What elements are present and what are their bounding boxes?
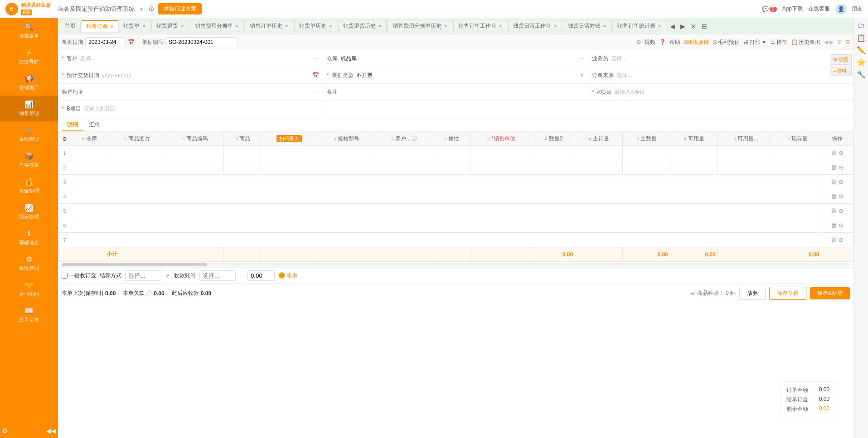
collapse-icon[interactable]: ⊟ — [845, 39, 850, 45]
copy-icon-1[interactable]: ⊕ — [839, 149, 844, 156]
settings-button[interactable]: ⚙ 设置 — [830, 54, 852, 65]
tab-expand-btn[interactable]: ⊟ — [699, 22, 710, 31]
tab-sales-order-history-close[interactable]: ✕ — [285, 24, 288, 29]
tab-more-btn[interactable]: ✕ — [688, 22, 699, 31]
one-click-label[interactable]: 一键收订金 — [62, 272, 96, 279]
tab-invoice-history[interactable]: 销货单历史 ✕ — [294, 20, 337, 32]
sidebar-item-finance[interactable]: 💰 资金管理 — [0, 173, 58, 199]
delete-icon-6[interactable]: 🗑 — [831, 222, 837, 229]
help-btn[interactable]: 帮助 — [669, 39, 680, 46]
detail-tab-summary[interactable]: 汇总 — [83, 119, 105, 131]
right-panel-icon-1[interactable]: 🗂 — [858, 22, 865, 30]
staff-input[interactable] — [611, 55, 843, 62]
customer-dots[interactable]: ··· — [315, 55, 319, 62]
sidebar-item-quick-nav[interactable]: ⚡ 快捷导航 — [0, 44, 58, 70]
sidebar-item-purchase[interactable]: 🛒 采购管理 — [0, 121, 58, 147]
profit-estimate-btn[interactable]: ◎ 毛利预估 — [713, 39, 740, 46]
row-1-mq[interactable] — [622, 146, 670, 160]
sidebar-item-operations[interactable]: 📈 经营管理 — [0, 199, 58, 225]
row-1-unit[interactable] — [470, 146, 532, 160]
order-no-input[interactable] — [165, 37, 238, 47]
copy-icon-6[interactable]: ⊕ — [839, 222, 844, 229]
a-project-input[interactable] — [614, 89, 850, 95]
copy-icon-2[interactable]: ⊕ — [839, 164, 844, 171]
tab-sales-stats[interactable]: 销售订单统计表 ✕ — [612, 20, 666, 32]
save-new-button[interactable]: 保存&新增 — [810, 287, 850, 299]
row-1-name[interactable] — [224, 146, 261, 160]
order-source-input[interactable] — [616, 72, 843, 78]
delete-icon-5[interactable]: 🗑 — [831, 207, 837, 214]
right-panel-icon-3[interactable]: ✏️ — [857, 46, 866, 54]
layout-icon[interactable]: ⊞ — [837, 39, 842, 45]
row-1-stock[interactable] — [774, 146, 821, 160]
settlement-input[interactable] — [125, 270, 161, 281]
row-1-warehouse[interactable] — [71, 146, 108, 160]
copy-icon-3[interactable]: ⊕ — [839, 178, 844, 185]
row-2-attr[interactable] — [433, 160, 470, 175]
delete-icon-2[interactable]: 🗑 — [831, 164, 837, 171]
sidebar-item-system[interactable]: ⚙ 系统管理 — [0, 250, 58, 276]
discard-button[interactable]: 放弃 — [739, 287, 766, 300]
tab-order-workbench[interactable]: 销售订单工作台 ✕ — [453, 20, 507, 32]
message-icon[interactable]: 💬9 — [762, 6, 777, 12]
tab-return-history[interactable]: 销货退货历史 ✕ — [338, 20, 387, 32]
sidebar-item-marketing[interactable]: 📢 营销推广 — [0, 70, 58, 96]
scroll-thumb[interactable] — [62, 263, 207, 266]
tab-expense-history-close[interactable]: ✕ — [444, 24, 447, 29]
solution-button[interactable]: 体验行业方案 — [158, 3, 202, 14]
tab-next-btn[interactable]: ▶ — [678, 22, 688, 31]
copy-icon-7[interactable]: ⊕ — [839, 236, 844, 243]
row-1-cc[interactable] — [375, 146, 433, 160]
user-avatar[interactable]: 👤 — [835, 4, 846, 14]
sidebar-item-guide[interactable]: 📖 新手引导 — [0, 302, 58, 328]
right-panel-icon-4[interactable]: ⭐ — [857, 58, 866, 67]
row-2-mu[interactable] — [575, 160, 623, 175]
scan-btn[interactable]: 扫码录入 — [276, 135, 302, 142]
row-2-img[interactable] — [108, 160, 166, 175]
detail-tab-detail[interactable]: 明细 — [62, 119, 83, 131]
tab-sales-stats-close[interactable]: ✕ — [658, 24, 661, 29]
tab-sales-order-history[interactable]: 销售订单历史 ✕ — [245, 20, 293, 32]
tab-prev-btn[interactable]: ◀ — [667, 22, 678, 31]
address-input[interactable] — [86, 89, 312, 95]
delete-icon-7[interactable]: 🗑 — [831, 236, 837, 243]
row-1-code[interactable] — [166, 146, 224, 160]
table-scroll[interactable]: ⚙ ⇅仓库 ⇅商品图片 ⇅商品编码 — [58, 132, 853, 262]
sidebar-item-search[interactable]: 🔍 搜索菜单 — [0, 18, 58, 44]
row-1-mu[interactable] — [575, 146, 623, 160]
row-2-warehouse[interactable] — [71, 160, 108, 175]
copy-icon-5[interactable]: ⊕ — [839, 207, 844, 214]
col-settings[interactable]: ⚙ — [58, 132, 71, 146]
operation-btn[interactable]: ☰ 操作 — [771, 39, 787, 46]
row-1-img[interactable] — [108, 146, 166, 160]
row-2-cc[interactable] — [375, 160, 433, 175]
tab-sales-invoice-close[interactable]: ✕ — [142, 24, 145, 29]
row-1-avail[interactable] — [670, 146, 718, 160]
history-order-btn[interactable]: 📋 历史单据 — [791, 39, 820, 46]
row-2-name[interactable] — [224, 160, 261, 175]
row-2-mq[interactable] — [622, 160, 670, 175]
tab-daily-reconcile[interactable]: 钱货日清对账 ✕ — [563, 20, 611, 32]
tab-sales-return-close[interactable]: ✕ — [180, 24, 184, 29]
tab-daily-reconcile-close[interactable]: ✕ — [603, 24, 606, 29]
row-1-spec[interactable] — [317, 146, 375, 160]
account-dots[interactable]: ··· — [239, 273, 244, 279]
view-btn[interactable]: 视频 — [645, 39, 655, 46]
row-2-qty2[interactable] — [532, 160, 575, 175]
print-btn[interactable]: 🖨 打印 ▼ — [743, 39, 767, 46]
row-2-avail[interactable] — [670, 160, 718, 175]
delivery-cal-icon[interactable]: 📅 — [312, 72, 319, 78]
tab-invoice-history-close[interactable]: ✕ — [329, 24, 332, 29]
tab-order-workbench-close[interactable]: ✕ — [499, 24, 502, 29]
tab-daily-workbench-close[interactable]: ✕ — [553, 24, 557, 29]
online-service-link[interactable]: 在线客服 — [808, 5, 830, 13]
tab-home[interactable]: 首页 — [60, 20, 81, 32]
delete-icon-1[interactable]: 🗑 — [831, 149, 837, 156]
tab-sales-expense[interactable]: 销售费用分摊单 ✕ — [190, 20, 244, 32]
row-2-spec[interactable] — [317, 160, 375, 175]
sidebar-item-inventory[interactable]: 📦 库存核算 — [0, 147, 58, 173]
app-download-link[interactable]: App下载 — [782, 5, 803, 13]
right-panel-icon-5[interactable]: 🔧 — [857, 70, 866, 79]
tab-sales-order-close[interactable]: ✕ — [110, 24, 114, 29]
row-2-unit[interactable] — [470, 160, 532, 175]
